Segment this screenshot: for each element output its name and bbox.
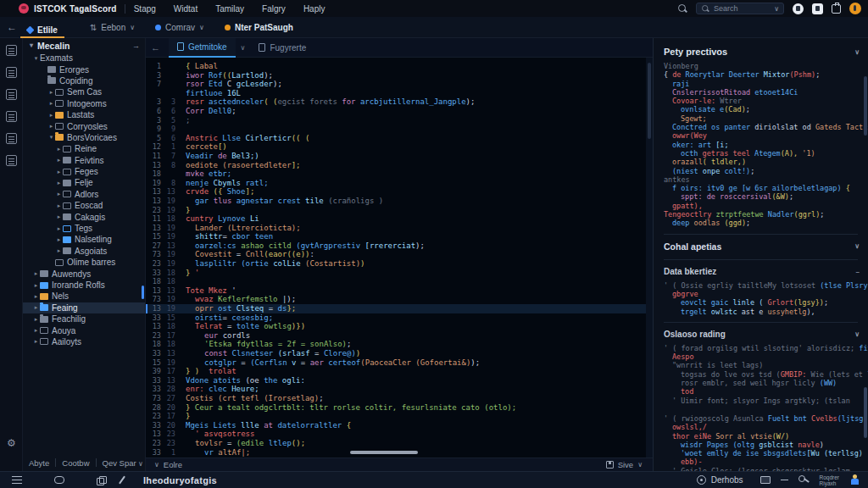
tree-item-sem-cas[interactable]: ▸Sem Cas (23, 86, 145, 97)
inspector-scrollbar-thumb[interactable] (864, 387, 867, 438)
tree-item-nels[interactable]: ▸Nels (23, 291, 145, 302)
code-line[interactable]: 121cercete[) (146, 142, 646, 152)
tree-item-irorande-rofls[interactable]: ▸Irorande Rofls (23, 280, 145, 291)
tree-item-lastats[interactable]: ▸Lastats (23, 109, 145, 120)
code-line[interactable]: 1319gar tlus agnestar crest tile (crañol… (146, 197, 646, 206)
chevron-right-icon[interactable]: ▸ (32, 338, 40, 345)
code-line[interactable]: 1319Lander (Ltrercioticta); (146, 224, 646, 233)
key-icon[interactable] (798, 474, 810, 485)
chevron-down-icon[interactable]: ∨ (774, 5, 779, 13)
more-actions-icon[interactable]: → (132, 42, 140, 50)
code-line[interactable]: 35; (146, 116, 646, 125)
copy-icon[interactable] (97, 476, 106, 484)
code-line[interactable]: 1818'Etska fdytllas = 2f = sonAlso); (146, 340, 646, 349)
back-button[interactable]: ← (7, 21, 17, 33)
chevron-right-icon[interactable]: ▸ (47, 100, 55, 107)
files-icon[interactable] (6, 45, 17, 56)
toolbar-tab-primary[interactable]: Etlile (27, 17, 58, 38)
editor-horizontal-scrollbar-thumb[interactable] (350, 451, 418, 454)
tree-root[interactable]: ▾ Mecalin → (23, 38, 145, 53)
chevron-down-icon[interactable]: ∨ (854, 48, 860, 56)
chevron-right-icon[interactable]: ▸ (47, 89, 55, 96)
chevron-right-icon[interactable]: ▸ (32, 316, 40, 323)
notifications-icon[interactable] (793, 3, 804, 14)
tree-item-asgoiats[interactable]: ▸Asgoiats (23, 246, 145, 257)
section-header-oslaoso-rading[interactable]: Oslaoso rading∨ (664, 328, 868, 341)
sidebar-scrollbar-thumb[interactable] (142, 286, 144, 299)
code-line[interactable]: 2820} Ceur a tealt odgclrtblt: tltr rorl… (146, 403, 646, 413)
tree-item-adlors[interactable]: ▸Adlors (23, 189, 145, 200)
code-line[interactable]: 3313const Clsnetser (srlasf = Clore@)) (146, 349, 646, 358)
inspector-title-row[interactable]: Pety prectivos ∨ (664, 38, 868, 58)
code-line[interactable]: 1313Tote Mkez ' (146, 286, 646, 296)
tree-item-olime-barres[interactable]: Olime barres (23, 257, 145, 268)
apps-icon[interactable] (832, 4, 841, 14)
code-line[interactable]: 18mvke etbr; (146, 169, 646, 179)
tree-item-feges[interactable]: ▸Feges (23, 166, 145, 177)
status-right-label[interactable]: Derhobs (711, 475, 743, 485)
extensions-icon[interactable] (812, 3, 823, 14)
chevron-down-icon[interactable]: ∨ (854, 242, 860, 250)
code-line[interactable]: 66Corr Dell0; (146, 107, 646, 116)
tree-item-reine[interactable]: ▸Reine (23, 143, 145, 154)
file-badge-icon[interactable] (6, 111, 17, 122)
editor-vertical-scrollbar[interactable] (646, 58, 653, 458)
chevron-right-icon[interactable]: ▸ (55, 236, 63, 243)
save-button[interactable]: Sive ∨ (606, 460, 643, 469)
code-line[interactable]: 1323' asvqsotress (146, 430, 646, 439)
sidebar-footer-qev-spar[interactable]: Qev Spar ∨ (103, 458, 143, 468)
tree-item-examats[interactable]: ▾Examats (23, 53, 145, 64)
code-line[interactable]: 1118cuntry Lynove Li (146, 214, 646, 224)
chevron-right-icon[interactable]: ▸ (55, 191, 63, 197)
chevron-right-icon[interactable]: ▸ (55, 180, 63, 186)
code-line[interactable]: 56Anstric Llse Cirlerticr(( ( (146, 134, 646, 143)
toolbar-status-item[interactable]: Nter PatSaugh (225, 23, 293, 32)
code-line[interactable]: 3318} ' (146, 269, 646, 278)
code-line[interactable]: 2319laspliltr (ortie colLie (Costartist)… (146, 259, 646, 269)
shield-icon[interactable] (6, 155, 17, 166)
chevron-down-icon[interactable]: ▾ (47, 134, 55, 141)
monitor-icon[interactable] (760, 476, 771, 484)
tab-back-button[interactable]: ← (151, 42, 160, 53)
collapse-icon[interactable]: – (856, 268, 860, 275)
chevron-right-icon[interactable]: ▸ (55, 214, 63, 220)
chat-bubble-icon[interactable] (54, 476, 64, 484)
code-line[interactable]: 2317} (146, 412, 646, 421)
inspector-scrollbar-thumb[interactable] (864, 76, 867, 136)
tab-getmitoke[interactable]: Getmitoke (169, 38, 236, 58)
database-icon[interactable] (6, 133, 17, 144)
section-header-cohal-apetias[interactable]: Cohal apetias∨ (664, 240, 868, 253)
menu-item-haply[interactable]: Haply (303, 4, 326, 14)
code-line[interactable]: 7319wvaz Keflerfemstlo |); (146, 295, 646, 304)
tree-item-nalsetling[interactable]: ▸Nalsetling (23, 234, 145, 245)
code-line[interactable]: firtluoe 16L (146, 89, 646, 98)
code-line[interactable]: 2319} (146, 206, 646, 215)
sidebar-footer-cootbw[interactable]: Cootbw (62, 458, 89, 468)
tree-item-feaing[interactable]: ▸Feaing (23, 302, 145, 313)
chevron-right-icon[interactable]: ▸ (47, 112, 55, 119)
code-line[interactable]: 1519shittr= cbor teen (146, 232, 646, 241)
menu-item-tamilay[interactable]: Tamilay (215, 4, 244, 14)
menu-hamburger-icon[interactable] (12, 476, 22, 484)
tab-fugyrerte[interactable]: Fugyrerte (250, 38, 314, 58)
toolbar-dropdown-2[interactable]: Comrav ∨ (155, 23, 204, 32)
tree-item-feivtins[interactable]: ▸Feivtins (23, 155, 145, 166)
chevron-right-icon[interactable]: ▸ (32, 327, 40, 334)
code-line[interactable]: 33resr asctednceler( (egcist forets for … (146, 97, 646, 107)
chevron-right-icon[interactable]: ▸ (32, 282, 40, 289)
code-line[interactable]: 7319Covestit = Cnll(eaor((e)): (146, 250, 646, 259)
code-line[interactable]: 2317eur cordls (146, 331, 646, 341)
code-line[interactable]: 3917} ) trolat (146, 367, 646, 376)
tree-item-eoscad[interactable]: ▸Eoscad (23, 200, 145, 211)
sidebar-footer-abyte[interactable]: Abyte (29, 458, 49, 468)
code-line[interactable]: 1519cotglpr = (Cerflsn v = aer certeof(P… (146, 358, 646, 368)
chevron-down-icon[interactable]: ▾ (32, 55, 40, 62)
tree-item-felje[interactable]: ▸Felje (23, 177, 145, 188)
chevron-right-icon[interactable]: ▸ (55, 225, 63, 232)
editor-footer-dropdown[interactable]: ∨ Eolre (154, 460, 182, 469)
chevron-right-icon[interactable]: ▸ (32, 270, 40, 277)
tree-item-aailoyts[interactable]: ▸Aailoyts (23, 336, 145, 347)
code-line-highlighted[interactable]: 1319oprr ost Clsteq = ds}; (146, 304, 646, 313)
chevron-right-icon[interactable]: ▸ (55, 247, 63, 254)
chevron-right-icon[interactable]: ▸ (55, 202, 63, 209)
